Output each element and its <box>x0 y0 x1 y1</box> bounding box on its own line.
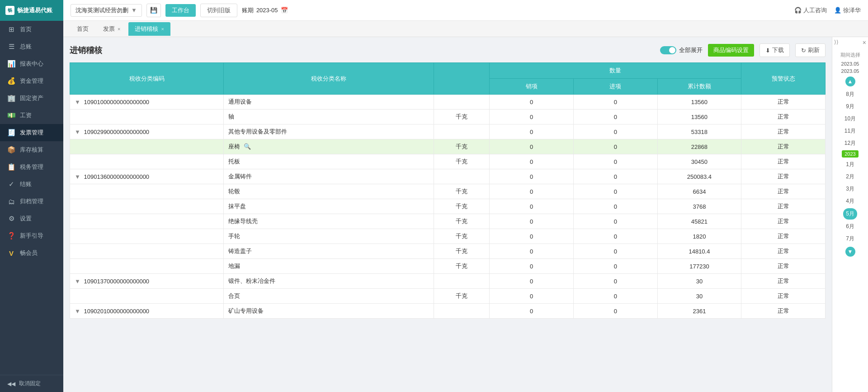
cell-purchase: 0 <box>573 289 657 304</box>
sidebar-label-closing: 结账 <box>20 180 32 188</box>
product-code-button[interactable]: 商品编码设置 <box>708 44 754 57</box>
cell-sales: 0 <box>490 110 574 124</box>
expand-toggle[interactable] <box>660 46 676 54</box>
collapse-icon[interactable]: ▼ <box>75 308 80 315</box>
sidebar-item-settings[interactable]: ⚙ 设置 <box>0 210 63 227</box>
tab-invoice-close[interactable]: × <box>118 26 120 32</box>
year-tag-2023[interactable]: 2023 <box>842 150 858 158</box>
company-selector[interactable]: 沈海英测试经营勿删 ▼ <box>71 4 142 17</box>
cell-purchase: 0 <box>573 199 657 214</box>
period-month-2[interactable]: 2月 <box>841 171 859 183</box>
code-value: 10902990000000000000 <box>84 129 150 135</box>
period-month-12[interactable]: 12月 <box>840 137 860 149</box>
switch-version-button[interactable]: 切到旧版 <box>200 4 237 17</box>
code-value: 10902010000000000000 <box>84 308 150 315</box>
cell-unit <box>434 169 490 184</box>
period-month-9[interactable]: 9月 <box>841 100 859 113</box>
cell-purchase: 0 <box>573 259 657 274</box>
cell-name: 金属铸件 <box>224 169 434 184</box>
user-profile[interactable]: 👤 徐泽华 <box>834 6 861 14</box>
sidebar-item-vip[interactable]: V 畅会员 <box>0 244 63 262</box>
cell-purchase: 0 <box>573 184 657 199</box>
collapse-icon[interactable]: ▼ <box>75 99 80 105</box>
closing-icon: ✓ <box>7 180 15 188</box>
period-scroll-down[interactable]: ▼ <box>845 247 855 257</box>
cell-total: 53318 <box>657 124 741 139</box>
period-month-5[interactable]: 5月 <box>843 208 857 220</box>
sidebar-unpin[interactable]: ◀◀ 取消固定 <box>0 375 63 392</box>
sidebar-item-tax[interactable]: 📋 税务管理 <box>0 158 63 176</box>
download-button[interactable]: ⬇ 下载 <box>760 43 790 57</box>
sidebar-item-archive[interactable]: 🗂 归档管理 <box>0 193 63 210</box>
save-icon: 💾 <box>150 7 157 14</box>
content-area: 进销稽核 全部展开 商品编码设置 ⬇ 下载 ↻ 刷新 <box>63 37 832 392</box>
search-icon[interactable]: 🔍 <box>244 143 251 150</box>
sidebar-item-home[interactable]: ⊞ 首页 <box>0 21 63 38</box>
cell-unit: 千克 <box>434 110 490 124</box>
main-wrap: 沈海英测试经营勿删 ▼ 💾 工作台 切到旧版 账期 2023-05 📅 🎧 人工… <box>63 0 868 392</box>
download-label: 下载 <box>772 46 784 54</box>
th-sales: 销项 <box>490 79 574 95</box>
cell-total: 6634 <box>657 184 741 199</box>
tab-home[interactable]: 首页 <box>71 22 95 36</box>
sidebar-label-salary: 工资 <box>20 111 32 120</box>
cell-code <box>70 139 224 154</box>
th-quantity-group: 数量 <box>490 63 741 79</box>
cell-unit: 千克 <box>434 214 490 229</box>
tab-reconciliation-close[interactable]: × <box>161 26 164 32</box>
calendar-icon[interactable]: 📅 <box>281 7 288 14</box>
collapse-icon[interactable]: ▼ <box>75 129 80 135</box>
period-scroll-up[interactable]: ▲ <box>845 76 855 86</box>
workspace-button[interactable]: 工作台 <box>165 4 196 17</box>
cell-total: 1820 <box>657 229 741 244</box>
period-selector-label: 期间选择 <box>837 50 864 60</box>
cell-name: 合页 <box>224 289 434 304</box>
period-month-11[interactable]: 11月 <box>840 125 860 137</box>
period-year-display-2: 2023.05 <box>840 67 861 75</box>
cell-purchase: 0 <box>573 110 657 124</box>
sidebar-item-funds[interactable]: 💰 资金管理 <box>0 72 63 90</box>
cell-sales: 0 <box>490 304 574 319</box>
headset-icon: 🎧 <box>794 7 802 14</box>
support-button[interactable]: 🎧 人工咨询 <box>794 6 827 14</box>
sidebar-item-assets[interactable]: 🏢 固定资产 <box>0 90 63 107</box>
cell-name: 矿山专用设备 <box>224 304 434 319</box>
collapse-icon[interactable]: ▼ <box>75 173 80 180</box>
period-month-4[interactable]: 4月 <box>841 195 859 207</box>
cell-code: ▼ 10902010000000000000 <box>70 304 224 319</box>
sidebar-item-reports[interactable]: 📊 报表中心 <box>0 55 63 72</box>
save-button[interactable]: 💾 <box>146 4 161 17</box>
period-month-1[interactable]: 1月 <box>841 158 859 171</box>
cell-name: 座椅🔍 <box>224 139 434 154</box>
cell-status: 正常 <box>741 124 826 139</box>
period-month-7[interactable]: 7月 <box>841 233 859 245</box>
refresh-button[interactable]: ↻ 刷新 <box>795 43 826 57</box>
sidebar-item-closing[interactable]: ✓ 结账 <box>0 176 63 193</box>
panel-close-button[interactable]: × <box>863 39 866 46</box>
cell-total: 177230 <box>657 259 741 274</box>
collapse-icon[interactable]: ▼ <box>75 278 80 285</box>
sidebar-item-ledger[interactable]: ☰ 总账 <box>0 38 63 55</box>
cell-unit <box>434 124 490 139</box>
cell-purchase: 0 <box>573 274 657 289</box>
panel-expand-button[interactable]: ⟩⟩ <box>834 39 839 45</box>
period-month-6[interactable]: 6月 <box>841 220 859 233</box>
cell-name: 锻件、粉末冶金件 <box>224 274 434 289</box>
cell-total: 45821 <box>657 214 741 229</box>
period-month-3[interactable]: 3月 <box>841 183 859 195</box>
sidebar-label-funds: 资金管理 <box>20 77 43 85</box>
sidebar-item-invoice[interactable]: 🧾 发票管理 <box>0 124 63 141</box>
sidebar-item-inventory[interactable]: 📦 库存核算 <box>0 141 63 158</box>
cell-code: ▼ 10902990000000000000 <box>70 124 224 139</box>
cell-unit: 千克 <box>434 259 490 274</box>
cell-total: 30 <box>657 274 741 289</box>
tab-invoice[interactable]: 发票 × <box>97 22 127 36</box>
period-month-10[interactable]: 10月 <box>840 113 860 125</box>
cell-sales: 0 <box>490 169 574 184</box>
tab-reconciliation[interactable]: 进销稽核 × <box>128 22 170 36</box>
cell-name: 轮毂 <box>224 184 434 199</box>
archive-icon: 🗂 <box>7 198 15 206</box>
sidebar-item-guide[interactable]: ❓ 新手引导 <box>0 227 63 244</box>
period-month-8[interactable]: 8月 <box>841 88 859 100</box>
sidebar-item-salary[interactable]: 💵 工资 <box>0 107 63 124</box>
